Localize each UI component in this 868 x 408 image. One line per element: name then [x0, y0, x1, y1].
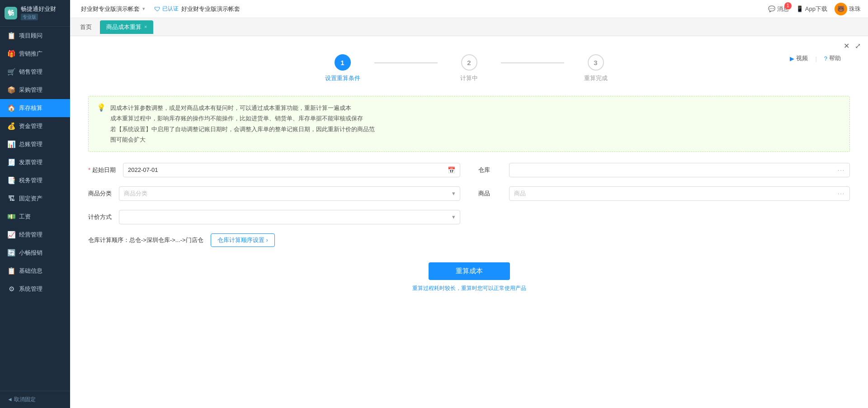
account-name: 好业财专业版演示帐套 — [81, 5, 140, 13]
assets-icon: 🏗 — [7, 195, 15, 203]
recalc-section: 重算成本 重算过程耗时较长，重算时您可以正常使用产品 — [70, 262, 868, 292]
step-3: 3 重算完成 — [564, 54, 627, 82]
sidebar-item-label: 库存核算 — [19, 104, 42, 112]
topbar: 好业财专业版演示帐套 ▾ 🛡 已认证 好业财专业版演示帐套 💬 消息 1 📱 A… — [70, 0, 868, 18]
sidebar-item-sales[interactable]: 🛒 销售管理 — [0, 63, 70, 81]
calendar-icon: 📅 — [448, 166, 455, 174]
purchase-icon: 📦 — [7, 86, 15, 94]
tab-bar: 首页 商品成本重算 × — [70, 18, 868, 36]
start-date-input[interactable]: 2022-07-01 📅 — [123, 163, 460, 177]
sidebar-item-purchase[interactable]: 📦 采购管理 — [0, 81, 70, 99]
pricing-select[interactable]: ▾ — [119, 210, 460, 224]
sidebar-item-label: 固定资产 — [19, 195, 42, 203]
form-row-3: 计价方式 ▾ — [88, 210, 850, 224]
operation-icon: 📈 — [7, 231, 15, 239]
recalc-note: 重算过程耗时较长，重算时您可以正常使用产品 — [412, 285, 526, 292]
certified-account: 好业财专业版演示帐套 — [181, 5, 240, 13]
sidebar-item-label: 总账管理 — [19, 140, 42, 148]
required-star: * — [88, 166, 90, 173]
sidebar-item-expense[interactable]: 🔄 小畅报销 — [0, 244, 70, 262]
video-icon: ▶ — [790, 55, 794, 62]
sales-icon: 🛒 — [7, 68, 15, 76]
sidebar-item-inventory[interactable]: 🏠 库存核算 — [0, 99, 70, 117]
category-label: 商品分类 — [88, 190, 115, 198]
warehouse-field: 仓库 ··· — [478, 163, 850, 177]
chevron-down-icon: ▾ — [142, 6, 145, 12]
calc-order-label: 仓库计算顺序：总仓->深圳仓库->...->门店仓 — [88, 236, 203, 244]
step-3-number: 3 — [594, 59, 597, 66]
warehouse-label: 仓库 — [478, 166, 505, 174]
system-icon: ⚙ — [7, 285, 15, 293]
sidebar-unpin[interactable]: ◄ 取消固定 — [0, 391, 70, 408]
account-selector[interactable]: 好业财专业版演示帐套 ▾ — [77, 3, 149, 15]
user-profile-button[interactable]: 🐻 珠珠 — [835, 3, 861, 15]
goods-field: 商品 商品 ··· — [478, 186, 850, 201]
project-icon: 📋 — [7, 32, 15, 40]
sidebar-item-invoice[interactable]: 🧾 发票管理 — [0, 153, 70, 171]
sidebar-item-label: 系统管理 — [19, 285, 42, 293]
main-area: 好业财专业版演示帐套 ▾ 🛡 已认证 好业财专业版演示帐套 💬 消息 1 📱 A… — [70, 0, 868, 408]
info-box: 💡 因成本计算参数调整，或是对商品成本有疑问时，可以通过成本重算功能，重新计算一… — [88, 96, 850, 152]
tab-cost-recalc-label: 商品成本重算 — [106, 23, 142, 31]
sidebar-item-tax[interactable]: 📑 税务管理 — [0, 171, 70, 190]
form-row-1: * 起始日期 2022-07-01 📅 仓库 ··· — [88, 163, 850, 177]
app-download-label: App下载 — [805, 5, 827, 13]
more-icon: ··· — [838, 190, 845, 197]
sidebar-item-label: 税务管理 — [19, 176, 42, 185]
more-icon: ··· — [838, 167, 845, 173]
app-name: 畅捷通好业财 — [21, 5, 56, 13]
calc-order-btn-label: 仓库计算顺序设置 — [217, 236, 264, 244]
sidebar-item-assets[interactable]: 🏗 固定资产 — [0, 190, 70, 208]
goods-label: 商品 — [478, 190, 505, 198]
sidebar-item-system[interactable]: ⚙ 系统管理 — [0, 280, 70, 298]
content-area: ✕ ⤢ ▶ 视频 | ? 帮助 1 — [70, 36, 868, 408]
info-line-4: 围可能会扩大 — [110, 134, 375, 145]
sidebar-nav: 📋 项目顾问 🎁 营销推广 🛒 销售管理 📦 采购管理 🏠 库存核算 💰 资金管… — [0, 27, 70, 391]
certified-badge: 🛡 已认证 — [154, 5, 179, 13]
sidebar-item-salary[interactable]: 💵 工资 — [0, 208, 70, 226]
sidebar-item-operation[interactable]: 📈 经营管理 — [0, 226, 70, 244]
close-tab-icon[interactable]: × — [144, 24, 147, 29]
sidebar-item-project[interactable]: 📋 项目顾问 — [0, 27, 70, 45]
app-logo-text: 畅捷通好业财 专业版 — [21, 5, 56, 21]
tab-home-label: 首页 — [80, 23, 92, 31]
category-select[interactable]: 商品分类 ▾ — [119, 186, 460, 201]
notification-badge: 1 — [784, 2, 792, 9]
video-link[interactable]: ▶ 视频 — [790, 54, 808, 62]
step-2: 2 计算中 — [438, 54, 501, 82]
accounting-icon: 📊 — [7, 140, 15, 148]
sidebar-item-label: 资金管理 — [19, 122, 42, 130]
sidebar-logo: 畅 畅捷通好业财 专业版 — [0, 0, 70, 27]
info-line-1: 因成本计算参数调整，或是对商品成本有疑问时，可以通过成本重算功能，重新计算一遍成… — [110, 103, 375, 113]
warehouse-input[interactable]: ··· — [509, 163, 850, 177]
pricing-label: 计价方式 — [88, 213, 115, 221]
video-label: 视频 — [796, 54, 808, 62]
expense-icon: 🔄 — [7, 249, 15, 257]
sidebar-item-finance[interactable]: 💰 资金管理 — [0, 117, 70, 135]
calc-order-settings-button[interactable]: 仓库计算顺序设置 › — [211, 233, 275, 247]
messages-button[interactable]: 💬 消息 1 — [768, 5, 789, 13]
shield-icon: 🛡 — [154, 5, 160, 13]
info-line-3: 若【系统设置】中启用了自动调整记账日期时，会调整入库单的整单记账日期，因此重新计… — [110, 124, 375, 134]
unpin-label: ◄ 取消固定 — [7, 396, 36, 403]
help-label: 帮助 — [829, 54, 841, 62]
recalc-button[interactable]: 重算成本 — [429, 262, 510, 280]
help-link[interactable]: ? 帮助 — [824, 54, 841, 62]
app-download-button[interactable]: 📱 App下载 — [796, 5, 827, 13]
tab-home[interactable]: 首页 — [74, 20, 98, 34]
certified-label: 已认证 — [162, 5, 179, 13]
start-date-value: 2022-07-01 — [128, 166, 158, 173]
sidebar: 畅 畅捷通好业财 专业版 📋 项目顾问 🎁 营销推广 🛒 销售管理 📦 采购管理… — [0, 0, 70, 408]
sidebar-item-basic[interactable]: 📋 基础信息 — [0, 262, 70, 280]
info-line-2: 成本重算过程中，影响库存账的操作均不能操作，比如进货单、销货单、库存单据不能审核… — [110, 113, 375, 123]
tab-cost-recalc[interactable]: 商品成本重算 × — [100, 20, 153, 34]
help-icon: ? — [824, 55, 827, 62]
sidebar-item-marketing[interactable]: 🎁 营销推广 — [0, 45, 70, 63]
chevron-down-icon: ▾ — [452, 190, 455, 197]
sidebar-item-label: 采购管理 — [19, 86, 42, 94]
salary-icon: 💵 — [7, 213, 15, 221]
goods-input[interactable]: 商品 ··· — [509, 186, 850, 201]
chevron-right-icon: › — [266, 237, 268, 243]
stepper: ▶ 视频 | ? 帮助 1 设置重算条件 — [70, 36, 868, 96]
sidebar-item-accounting[interactable]: 📊 总账管理 — [0, 135, 70, 153]
